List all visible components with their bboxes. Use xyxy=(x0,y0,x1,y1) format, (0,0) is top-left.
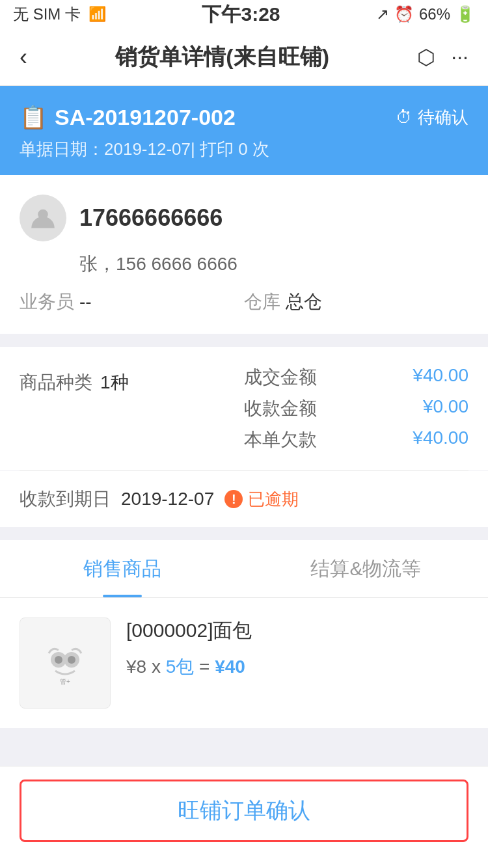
battery-icon: 🔋 xyxy=(455,5,475,23)
location-icon: ↗ xyxy=(376,5,389,23)
customer-phone: 17666666666 xyxy=(79,204,223,232)
svg-text:管+: 管+ xyxy=(60,678,70,685)
share-icon[interactable]: ⬡ xyxy=(417,45,435,70)
avatar xyxy=(20,195,66,241)
status-right: ↗ ⏰ 66% 🔋 xyxy=(376,5,475,23)
order-header: 📋 SA-20191207-002 ⏱ 待确认 单据日期：2019-12-07|… xyxy=(0,86,488,175)
more-icon[interactable]: ··· xyxy=(451,45,468,69)
customer-name: 张，156 6666 6666 xyxy=(20,252,468,277)
customer-meta: 业务员 -- 仓库 总仓 xyxy=(20,290,468,314)
product-section: 管+ [0000002]面包 ¥8 x 5包 = ¥40 xyxy=(0,598,488,728)
confirm-order-button[interactable]: 旺铺订单确认 xyxy=(20,780,468,842)
svg-point-3 xyxy=(55,656,62,664)
product-info: [0000002]面包 ¥8 x 5包 = ¥40 xyxy=(126,617,468,679)
wifi-icon: 📶 xyxy=(88,6,106,23)
category-info: 商品种类 1种 xyxy=(20,365,244,395)
warehouse-field: 仓库 总仓 xyxy=(244,290,468,314)
product-price: ¥8 x 5包 = ¥40 xyxy=(126,655,468,679)
tabs: 销售商品 结算&物流等 xyxy=(0,540,488,598)
status-bar: 无 SIM 卡 📶 下午3:28 ↗ ⏰ 66% 🔋 xyxy=(0,0,488,29)
order-date: 单据日期：2019-12-07| 打印 0 次 xyxy=(20,138,468,161)
alarm-icon: ⏰ xyxy=(394,5,414,23)
battery-text: 66% xyxy=(419,5,450,23)
salesperson-field: 业务员 -- xyxy=(20,290,244,314)
status-left: 无 SIM 卡 📶 xyxy=(13,4,106,25)
tab-settlement[interactable]: 结算&物流等 xyxy=(244,540,488,597)
tab-products[interactable]: 销售商品 xyxy=(0,540,244,597)
overdue-icon: ! xyxy=(224,490,243,508)
overdue-badge: ! 已逾期 xyxy=(224,488,299,511)
page-title: 销货单详情(来自旺铺) xyxy=(115,42,329,72)
amount-info: 成交金额 ¥40.00 收款金额 ¥0.00 本单欠款 ¥40.00 xyxy=(244,365,468,452)
product-item: 管+ [0000002]面包 ¥8 x 5包 = ¥40 xyxy=(20,617,468,709)
stats-section: 商品种类 1种 成交金额 ¥40.00 收款金额 ¥0.00 本单欠款 ¥40.… xyxy=(0,347,488,470)
carrier-text: 无 SIM 卡 xyxy=(13,4,81,25)
divider-1 xyxy=(0,334,488,347)
clock: 下午3:28 xyxy=(202,1,280,28)
clock-icon: ⏱ xyxy=(396,107,413,128)
bottom-bar: 旺铺订单确认 xyxy=(0,766,488,868)
order-icon: 📋 xyxy=(20,104,47,130)
divider-2 xyxy=(0,527,488,540)
nav-actions: ⬡ ··· xyxy=(417,45,468,70)
order-status: ⏱ 待确认 xyxy=(396,106,468,129)
order-number: 📋 SA-20191207-002 xyxy=(20,104,236,130)
customer-section: 17666666666 张，156 6666 6666 业务员 -- 仓库 总仓 xyxy=(0,175,488,334)
received-row: 收款金额 ¥0.00 xyxy=(244,396,468,421)
due-date-section: 收款到期日 2019-12-07 ! 已逾期 xyxy=(0,471,488,527)
amount-row: 成交金额 ¥40.00 xyxy=(244,365,468,390)
product-name: [0000002]面包 xyxy=(126,617,468,644)
product-thumbnail: 管+ xyxy=(20,617,111,709)
back-button[interactable]: ‹ xyxy=(20,44,27,71)
owed-row: 本单欠款 ¥40.00 xyxy=(244,427,468,452)
svg-point-4 xyxy=(68,656,75,664)
nav-bar: ‹ 销货单详情(来自旺铺) ⬡ ··· xyxy=(0,29,488,86)
